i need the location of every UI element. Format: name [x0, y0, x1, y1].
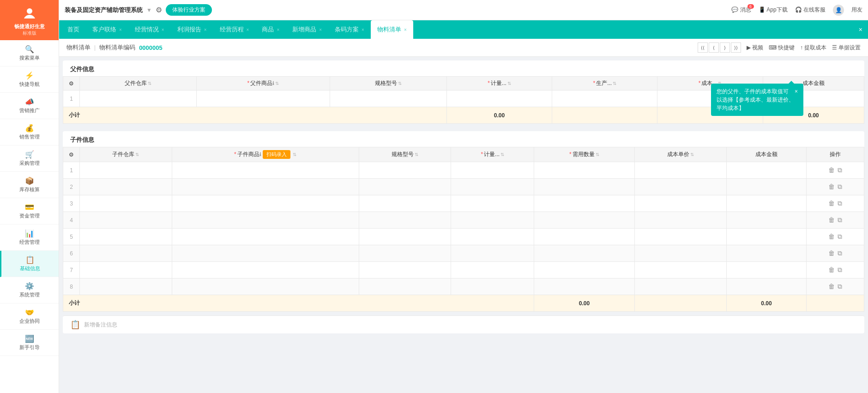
scan-input-btn[interactable]: 扫码录入 [263, 150, 290, 159]
child-spec-cell[interactable] [359, 212, 451, 229]
message-btn[interactable]: 💬 消息 6 [731, 6, 751, 14]
child-spec-cell[interactable] [359, 179, 451, 195]
child-unit-cost-cell[interactable] [634, 278, 727, 295]
view-btn[interactable]: ▶ 视频 [747, 44, 763, 52]
tab-barcode-close[interactable]: × [362, 27, 364, 32]
child-qty-cell[interactable] [534, 229, 634, 245]
child-unit-cell[interactable] [451, 229, 534, 245]
child-unit-cell[interactable] [451, 245, 534, 262]
tooltip-close-btn[interactable]: × [795, 87, 798, 96]
child-goods-cell[interactable] [172, 262, 359, 278]
child-unit-cell[interactable] [451, 212, 534, 229]
child-warehouse-cell[interactable] [80, 212, 172, 229]
child-spec-cell[interactable] [359, 262, 451, 278]
close-all-tabs-btn[interactable]: × [855, 26, 866, 33]
child-unit-cell[interactable] [451, 195, 534, 212]
child-goods-cell[interactable] [172, 162, 359, 179]
child-th-gear[interactable]: ⚙ [63, 147, 80, 162]
shortcut-btn[interactable]: ⌨ 快捷键 [769, 44, 795, 52]
child-unit-cell[interactable] [451, 179, 534, 195]
last-page-btn[interactable]: ⟩⟩ [731, 42, 741, 53]
tab-new-goods-close[interactable]: × [319, 27, 322, 32]
delete-icon[interactable]: 🗑 [828, 166, 835, 174]
child-unit-cell[interactable] [451, 278, 534, 295]
parent-produce-cell[interactable] [552, 91, 657, 107]
child-warehouse-cell[interactable] [80, 229, 172, 245]
child-unit-cost-cell[interactable] [634, 245, 727, 262]
child-qty-cell[interactable] [534, 179, 634, 195]
single-settings-btn[interactable]: ☰ 单据设置 [832, 44, 861, 52]
child-goods-cell[interactable] [172, 278, 359, 295]
sort-icon[interactable]: ⇅ [148, 81, 151, 86]
child-goods-cell[interactable] [172, 229, 359, 245]
copy-icon[interactable]: ⧉ [838, 283, 842, 290]
sort-icon[interactable]: ⇅ [500, 152, 504, 157]
delete-icon[interactable]: 🗑 [828, 266, 835, 274]
copy-icon[interactable]: ⧉ [838, 166, 842, 174]
experience-btn[interactable]: 体验行业方案 [166, 4, 212, 16]
tab-bom[interactable]: 物料清单 × [371, 20, 413, 39]
child-warehouse-cell[interactable] [80, 245, 172, 262]
child-goods-cell[interactable] [172, 212, 359, 229]
child-qty-cell[interactable] [534, 262, 634, 278]
child-qty-cell[interactable] [534, 245, 634, 262]
delete-icon[interactable]: 🗑 [828, 200, 835, 207]
sidebar-item-guide[interactable]: 🆕 新手引导 [0, 330, 59, 356]
sidebar-item-collab[interactable]: 🤝 企业协同 [0, 303, 59, 330]
child-warehouse-cell[interactable] [80, 179, 172, 195]
copy-icon[interactable]: ⧉ [838, 216, 842, 224]
child-spec-cell[interactable] [359, 278, 451, 295]
sidebar-item-purchase[interactable]: 🛒 采购管理 [0, 145, 59, 172]
sort-icon[interactable]: ⇅ [275, 81, 279, 86]
tab-customer-close[interactable]: × [119, 27, 122, 32]
prev-page-btn[interactable]: ⟨ [709, 42, 719, 53]
dropdown-arrow-icon[interactable]: ▼ [146, 7, 152, 13]
tab-home[interactable]: 首页 [61, 20, 86, 39]
delete-icon[interactable]: 🗑 [828, 233, 835, 241]
tab-profit-close[interactable]: × [204, 27, 207, 32]
sidebar-item-quick-nav[interactable]: ⚡ 快捷导航 [0, 67, 59, 93]
tab-barcode[interactable]: 条码方案 × [328, 20, 371, 39]
child-unit-cost-cell[interactable] [634, 229, 727, 245]
child-qty-cell[interactable] [534, 195, 634, 212]
child-goods-cell[interactable] [172, 245, 359, 262]
child-spec-cell[interactable] [359, 195, 451, 212]
copy-icon[interactable]: ⧉ [838, 183, 842, 191]
delete-icon[interactable]: 🗑 [828, 249, 835, 257]
tab-new-goods[interactable]: 新增商品 × [286, 20, 328, 39]
child-qty-cell[interactable] [534, 278, 634, 295]
child-spec-cell[interactable] [359, 245, 451, 262]
sort-icon[interactable]: ⇅ [690, 152, 694, 157]
parent-th-gear[interactable]: ⚙ [63, 77, 80, 91]
online-service-btn[interactable]: 🎧 在线客服 [795, 6, 826, 14]
tab-customer[interactable]: 客户联络 × [86, 20, 128, 39]
parent-spec-cell[interactable] [330, 91, 446, 107]
tab-bom-close[interactable]: × [404, 27, 407, 32]
username[interactable]: 用友 [851, 6, 862, 14]
sidebar-item-system[interactable]: ⚙️ 系统管理 [0, 277, 59, 303]
delete-icon[interactable]: 🗑 [828, 183, 835, 191]
copy-icon[interactable]: ⧉ [838, 200, 842, 207]
child-warehouse-cell[interactable] [80, 195, 172, 212]
sort-icon[interactable]: ⇅ [293, 152, 296, 157]
sort-icon[interactable]: ⇅ [507, 81, 511, 86]
sort-icon[interactable]: ⇅ [415, 152, 418, 157]
sort-icon[interactable]: ⇅ [398, 81, 402, 86]
sidebar-item-inventory[interactable]: 📦 库存核算 [0, 172, 59, 198]
tab-operations[interactable]: 经营情况 × [128, 20, 171, 39]
child-unit-cost-cell[interactable] [634, 162, 727, 179]
sidebar-item-finance[interactable]: 💳 资金管理 [0, 198, 59, 224]
copy-icon[interactable]: ⧉ [838, 233, 842, 241]
child-unit-cost-cell[interactable] [634, 262, 727, 278]
extract-cost-btn[interactable]: ↑ 提取成本 [800, 44, 826, 52]
child-goods-cell[interactable] [172, 195, 359, 212]
delete-icon[interactable]: 🗑 [828, 216, 835, 224]
first-page-btn[interactable]: ⟨⟨ [698, 42, 708, 53]
child-warehouse-cell[interactable] [80, 278, 172, 295]
parent-warehouse-cell[interactable] [80, 91, 197, 107]
delete-icon[interactable]: 🗑 [828, 283, 835, 290]
child-qty-cell[interactable] [534, 212, 634, 229]
child-unit-cost-cell[interactable] [634, 212, 727, 229]
tab-goods-close[interactable]: × [277, 27, 279, 32]
child-unit-cost-cell[interactable] [634, 179, 727, 195]
